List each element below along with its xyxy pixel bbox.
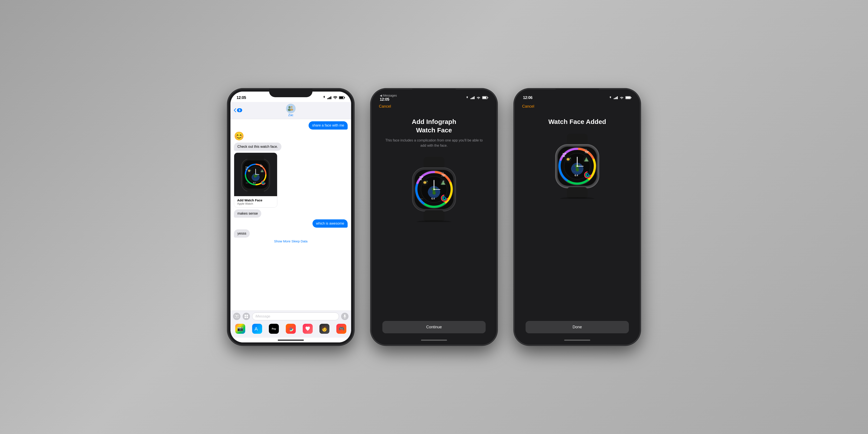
dark-nav-2: Cancel xyxy=(374,102,494,111)
applepay-app[interactable]: Pay xyxy=(269,324,279,334)
status-back-2: ◀ Messages xyxy=(380,94,397,97)
messages-area: share a face with me 😊 Check out this wa… xyxy=(230,119,351,311)
svg-text:64: 64 xyxy=(585,149,587,151)
svg-text:72°: 72° xyxy=(585,151,589,154)
svg-rect-35 xyxy=(245,315,246,316)
svg-text:6.4: 6.4 xyxy=(431,197,435,200)
watch-illustration-3: TUE 22 72° 64 6.4 xyxy=(551,134,603,199)
svg-text:22: 22 xyxy=(245,168,247,170)
watch-face-svg: TUE 22 72° 64 6.4 UV·I xyxy=(238,156,273,193)
show-more-link[interactable]: Show More Sleep Data xyxy=(274,239,308,243)
svg-text:72°: 72° xyxy=(441,174,446,177)
wifi-icon-2 xyxy=(476,96,480,99)
svg-point-80 xyxy=(416,220,452,222)
subtitle-2: This face includes a complication from o… xyxy=(382,138,486,148)
cancel-button-2[interactable]: Cancel xyxy=(379,104,391,109)
svg-point-113 xyxy=(560,197,595,199)
svg-text:22: 22 xyxy=(562,155,565,157)
svg-text:6.4: 6.4 xyxy=(575,174,578,177)
camera-icon[interactable] xyxy=(233,313,241,320)
contact-name[interactable]: Zac xyxy=(288,113,293,117)
phone-2: ◀ Messages 12:05 xyxy=(371,89,497,345)
status-time-3: 12:06 xyxy=(523,95,532,100)
title-3: Watch Face Added xyxy=(548,117,606,126)
status-icons-1 xyxy=(323,96,345,99)
svg-rect-2 xyxy=(330,97,330,99)
home-indicator-1 xyxy=(230,338,351,342)
title-2: Add Infograph Watch Face xyxy=(412,117,456,134)
svg-text:6.4: 6.4 xyxy=(253,182,256,184)
apps-icon[interactable] xyxy=(243,313,250,320)
svg-text:22: 22 xyxy=(419,178,422,181)
svg-rect-1 xyxy=(328,98,329,99)
battery-icon-3 xyxy=(625,96,631,99)
svg-rect-36 xyxy=(247,315,248,316)
app-dock: 📷 A Pay 🧑 🎮 xyxy=(230,322,351,338)
svg-rect-6 xyxy=(339,97,343,99)
dark-content-2: Add Infograph Watch Face This face inclu… xyxy=(374,111,494,338)
svg-rect-83 xyxy=(616,97,617,99)
imessage-input[interactable]: iMessage xyxy=(252,312,339,320)
svg-point-45 xyxy=(290,328,292,330)
cancel-button-3[interactable]: Cancel xyxy=(522,104,534,109)
svg-rect-82 xyxy=(615,98,616,99)
svg-rect-39 xyxy=(344,314,345,317)
svg-rect-34 xyxy=(247,189,264,193)
watch-card-info: Add Watch Face Apple Watch xyxy=(234,196,277,208)
svg-point-8 xyxy=(288,106,290,108)
contact-info[interactable]: Zac xyxy=(286,104,296,117)
message-received-3: yesss xyxy=(234,229,250,238)
status-time-2: 12:05 xyxy=(380,97,389,102)
done-button[interactable]: Done xyxy=(526,321,629,333)
phone-1: 12:05 xyxy=(228,89,354,345)
screen-3: 12:06 xyxy=(517,92,638,342)
svg-rect-51 xyxy=(488,97,488,98)
avatar-image xyxy=(286,104,296,113)
status-icons-2 xyxy=(466,96,488,99)
svg-text:64: 64 xyxy=(260,164,262,165)
photos-app[interactable]: 📷 xyxy=(235,324,245,334)
svg-rect-49 xyxy=(474,96,474,99)
imessage-nav: 9 Zac xyxy=(230,102,351,119)
appstore-app[interactable]: A xyxy=(252,324,262,334)
svg-text:64: 64 xyxy=(441,172,444,174)
svg-text:TUE: TUE xyxy=(245,166,248,168)
svg-point-19 xyxy=(248,170,250,172)
battery-icon-1 xyxy=(339,96,345,99)
contact-avatar xyxy=(286,104,296,113)
home-bar-3 xyxy=(564,340,590,341)
home-indicator-3 xyxy=(517,338,638,342)
emoji-message: 😊 xyxy=(234,131,244,141)
svg-point-65 xyxy=(443,180,444,182)
signal-icon-3 xyxy=(614,96,618,99)
svg-point-103 xyxy=(577,165,578,167)
wifi-icon-3 xyxy=(620,96,624,99)
svg-rect-86 xyxy=(631,97,631,98)
back-button[interactable]: 9 xyxy=(234,108,242,112)
location-icon-1 xyxy=(323,96,326,99)
watch-card[interactable]: TUE 22 72° 64 6.4 UV·I xyxy=(234,153,277,208)
svg-rect-79 xyxy=(424,210,444,222)
phone-3: 12:06 xyxy=(514,89,640,345)
fitness-app[interactable] xyxy=(286,324,296,334)
home-indicator-2 xyxy=(374,338,494,342)
message-sent-1: share a face with me xyxy=(309,121,348,129)
message-received-1: Check out this watch face. xyxy=(234,143,281,151)
memoji-app[interactable]: 🧑 xyxy=(319,324,330,334)
dark-nav-3: Cancel xyxy=(517,102,638,111)
location-icon-2 xyxy=(466,96,469,99)
back-chevron-icon xyxy=(234,108,236,112)
audio-icon[interactable] xyxy=(341,313,348,320)
screen-2: ◀ Messages 12:05 xyxy=(374,92,494,342)
home-bar-1 xyxy=(278,340,304,341)
signal-icon-1 xyxy=(327,96,332,99)
continue-button[interactable]: Continue xyxy=(382,321,486,333)
svg-rect-87 xyxy=(626,97,630,99)
watch-card-subtitle: Apple Watch xyxy=(237,202,274,205)
status-icons-3 xyxy=(609,96,631,99)
input-bar: iMessage xyxy=(230,311,351,322)
heart-app[interactable] xyxy=(303,324,313,334)
extra-app[interactable]: 🎮 xyxy=(336,324,346,334)
watch-svg-3: TUE 22 72° 64 6.4 xyxy=(551,134,603,199)
svg-rect-112 xyxy=(567,187,588,199)
